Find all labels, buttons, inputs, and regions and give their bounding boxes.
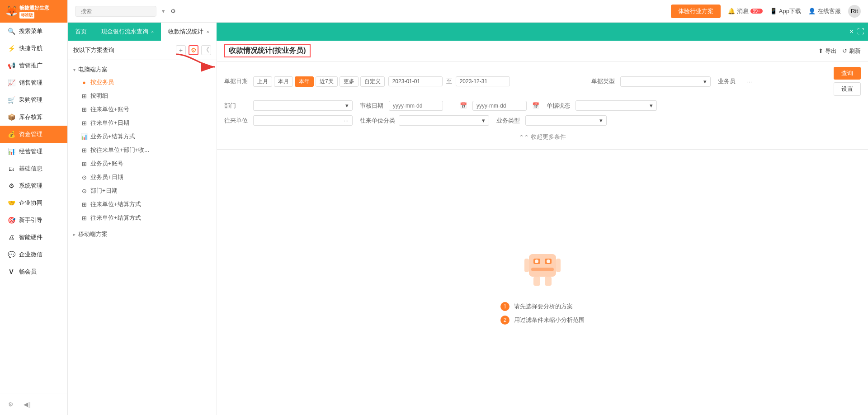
sidebar-item-search[interactable]: 🔍 搜索菜单 bbox=[0, 23, 67, 40]
tab-receipt-close[interactable]: × bbox=[206, 29, 209, 34]
audit-cal-icon-2[interactable]: 📅 bbox=[532, 102, 539, 109]
voucher-status-select[interactable]: ▾ bbox=[576, 100, 657, 111]
sidebar-collapse-btn[interactable]: ◀‖ bbox=[21, 398, 33, 410]
sidebar-label-collab: 企业协同 bbox=[19, 199, 42, 207]
counterpart-dots[interactable]: ··· bbox=[344, 117, 349, 124]
svg-rect-0 bbox=[529, 254, 556, 277]
sidebar: 🦊 畅捷通好生意 标准版 🔍 搜索菜单 ⚡ 快捷导航 📢 营销推广 📈 销售管理… bbox=[0, 0, 68, 415]
tab-cashflow-close[interactable]: × bbox=[151, 29, 154, 34]
tab-cashflow[interactable]: 现金银行流水查询 × bbox=[94, 23, 161, 41]
scheme-counterpart-dept[interactable]: ⊞ 按往来单位+部门+收... bbox=[68, 143, 217, 157]
online-service-btn[interactable]: 👤 在线客服 bbox=[808, 7, 841, 15]
export-btn[interactable]: ⬆ 导出 bbox=[818, 47, 837, 55]
sidebar-item-newbie[interactable]: 🎯 新手引导 bbox=[0, 212, 67, 229]
sidebar-item-management[interactable]: 📊 经营管理 bbox=[0, 143, 67, 160]
empty-step-2: 2 用过滤条件来缩小分析范围 bbox=[500, 316, 585, 325]
sidebar-item-marketing[interactable]: 📢 营销推广 bbox=[0, 57, 67, 74]
top-search-input[interactable] bbox=[75, 6, 156, 17]
svg-point-9 bbox=[547, 259, 550, 263]
audit-date-label: 审核日期 bbox=[360, 102, 385, 110]
sidebar-label-inventory: 库存核算 bbox=[19, 113, 42, 121]
sidebar-item-wechat[interactable]: 💬 企业微信 bbox=[0, 246, 67, 263]
desktop-section-arrow: ▾ bbox=[73, 67, 75, 72]
sidebar-label-quicknav: 快捷导航 bbox=[19, 44, 42, 52]
sidebar-label-newbie: 新手引导 bbox=[19, 216, 42, 224]
add-scheme-btn[interactable]: + bbox=[176, 45, 186, 55]
hardware-icon: 🖨 bbox=[7, 233, 15, 241]
counterpart-select[interactable]: ··· bbox=[253, 115, 353, 126]
svg-rect-7 bbox=[545, 277, 552, 286]
counterpart-label: 往来单位 bbox=[224, 117, 250, 125]
settings-btn[interactable]: 设置 bbox=[834, 82, 861, 96]
date-btn-custom[interactable]: 自定义 bbox=[360, 76, 385, 87]
salesperson-dots[interactable]: ··· bbox=[747, 78, 752, 85]
scheme-by-salesperson[interactable]: ● 按业务员 bbox=[68, 75, 217, 89]
date-btn-7days[interactable]: 近7天 bbox=[316, 76, 338, 87]
right-content: 收款情况统计(按业务员) ⬆ 导出 ↺ 刷新 单据日期 bbox=[217, 41, 868, 415]
step-2-text: 用过滤条件来缩小分析范围 bbox=[514, 316, 585, 324]
header-right: 体验行业方案 🔔 消息 99+ 📱 App下载 👤 在线客服 Rit bbox=[671, 5, 861, 18]
page-actions: ⬆ 导出 ↺ 刷新 bbox=[818, 47, 861, 55]
collapse-more-btn[interactable]: ⌃⌃ 收起更多条件 bbox=[224, 130, 861, 144]
tab-receipt-stats[interactable]: 收款情况统计 × bbox=[161, 23, 216, 41]
sidebar-label-marketing: 营销推广 bbox=[19, 61, 42, 70]
sidebar-item-basic[interactable]: 🗂 基础信息 bbox=[0, 160, 67, 177]
scheme-counterpart-account[interactable]: ⊞ 往来单位+账号 bbox=[68, 103, 217, 116]
scheme-by-detail[interactable]: ⊞ 按明细 bbox=[68, 89, 217, 103]
audit-to-input[interactable] bbox=[472, 101, 527, 111]
voucher-type-select[interactable]: ▾ bbox=[620, 76, 711, 87]
counterpart-category-select[interactable]: ▾ bbox=[399, 115, 489, 126]
business-type-select[interactable]: ▾ bbox=[525, 115, 607, 126]
collapse-panel-btn[interactable]: 《 bbox=[201, 45, 211, 55]
date-btn-this-month[interactable]: 本月 bbox=[274, 76, 293, 87]
scheme-counterpart-date[interactable]: ⊞ 往来单位+日期 bbox=[68, 116, 217, 130]
audit-from-input[interactable] bbox=[389, 101, 443, 111]
messages-btn[interactable]: 🔔 消息 99+ bbox=[728, 7, 763, 15]
sidebar-item-inventory[interactable]: 📦 库存核算 bbox=[0, 108, 67, 126]
audit-date-separator: — bbox=[448, 102, 454, 109]
sidebar-item-hardware[interactable]: 🖨 智能硬件 bbox=[0, 229, 67, 246]
window-maximize-btn[interactable]: ⛶ bbox=[857, 28, 864, 36]
dept-select[interactable]: ▾ bbox=[253, 100, 353, 111]
date-from-input[interactable] bbox=[388, 76, 443, 86]
window-close-btn[interactable]: × bbox=[849, 28, 854, 36]
sidebar-item-vip[interactable]: V 畅会员 bbox=[0, 263, 67, 280]
sidebar-item-collab[interactable]: 🤝 企业协同 bbox=[0, 194, 67, 212]
refresh-btn[interactable]: ↺ 刷新 bbox=[842, 47, 861, 55]
date-btn-more[interactable]: 更多 bbox=[340, 76, 359, 87]
scheme-counterpart-settlement1[interactable]: ⊞ 往来单位+结算方式 bbox=[68, 198, 217, 211]
scheme-dept-date[interactable]: ⊙ 部门+日期 bbox=[68, 184, 217, 198]
scheme-counterpart-settlement2[interactable]: ⊞ 往来单位+结算方式 bbox=[68, 211, 217, 225]
gear-scheme-btn[interactable]: ⚙ bbox=[189, 45, 198, 55]
scheme-salesperson-date[interactable]: ⊙ 业务员+日期 bbox=[68, 170, 217, 184]
query-btn[interactable]: 查询 bbox=[834, 67, 861, 80]
desktop-scheme-toggle[interactable]: ▾ 电脑端方案 bbox=[68, 64, 217, 75]
app-download-btn[interactable]: 📱 App下载 bbox=[770, 7, 801, 15]
header-gear-icon[interactable]: ⚙ bbox=[170, 8, 176, 14]
scheme-salesperson-account[interactable]: ⊞ 业务员+账号 bbox=[68, 157, 217, 170]
sidebar-item-system[interactable]: ⚙ 系统管理 bbox=[0, 177, 67, 194]
sidebar-item-quicknav[interactable]: ⚡ 快捷导航 bbox=[0, 40, 67, 57]
collapse-label: 收起更多条件 bbox=[531, 133, 566, 141]
sidebar-label-vip: 畅会员 bbox=[19, 268, 37, 276]
mobile-scheme-section[interactable]: ▸ 移动端方案 bbox=[68, 228, 217, 240]
sidebar-item-sales[interactable]: 📈 销售管理 bbox=[0, 74, 67, 91]
tab-home[interactable]: 首页 bbox=[68, 23, 94, 41]
robot-svg bbox=[515, 245, 570, 290]
counterpart-dept-label: 按往来单位+部门+收... bbox=[90, 146, 149, 154]
trial-btn[interactable]: 体验行业方案 bbox=[671, 5, 721, 18]
sidebar-item-finance[interactable]: 💰 资金管理 bbox=[0, 126, 67, 143]
date-btn-last-month[interactable]: 上月 bbox=[253, 76, 272, 87]
header-dropdown-icon[interactable]: ▾ bbox=[162, 8, 165, 14]
scheme-salesperson-settlement[interactable]: 📊 业务员+结算方式 bbox=[68, 130, 217, 143]
sidebar-settings-btn[interactable]: ⚙ bbox=[5, 398, 17, 410]
sidebar-item-purchase[interactable]: 🛒 采购管理 bbox=[0, 91, 67, 108]
detail-scheme-icon: ⊞ bbox=[80, 92, 88, 99]
page-title: 收款情况统计(按业务员) bbox=[224, 44, 311, 57]
audit-cal-icon-1[interactable]: 📅 bbox=[460, 102, 467, 109]
date-btn-this-year[interactable]: 本年 bbox=[295, 76, 314, 87]
user-avatar[interactable]: Rit bbox=[848, 5, 861, 18]
refresh-icon: ↺ bbox=[842, 47, 847, 54]
date-to-input[interactable] bbox=[456, 76, 510, 86]
collab-icon: 🤝 bbox=[7, 199, 15, 207]
